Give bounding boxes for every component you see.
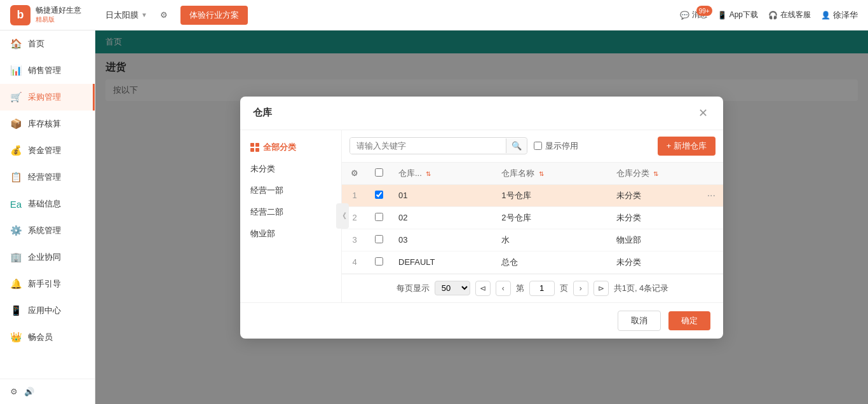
prev-page-button[interactable]: ‹ (496, 281, 511, 296)
category-op1[interactable]: 经营一部 (240, 180, 341, 201)
category-prop[interactable]: 物业部 (240, 223, 341, 245)
modal-close-button[interactable]: ✕ (695, 105, 710, 121)
sidebar-item-finance[interactable]: 💰 资金管理 (0, 137, 95, 164)
row-name: 1号仓库 (494, 184, 608, 206)
sidebar-item-home[interactable]: 🏠 首页 (0, 30, 95, 57)
show-disabled-label[interactable]: 显示停用 (534, 140, 578, 152)
sidebar-item-inventory[interactable]: 📦 库存核算 (0, 111, 95, 137)
row-checkbox[interactable] (367, 206, 391, 229)
data-table: ⚙ 仓库... ⇅ (342, 163, 723, 274)
category-op2[interactable]: 经营二部 (240, 201, 341, 223)
sidebar: 🏠 首页 📊 销售管理 🛒 采购管理 📦 库存核算 💰 资金管理 📋 经营管理 … (0, 30, 95, 404)
main-layout: 🏠 首页 📊 销售管理 🛒 采购管理 📦 库存核算 💰 资金管理 📋 经营管理 … (0, 30, 868, 404)
user-item[interactable]: 👤 徐泽华 (821, 10, 858, 21)
app-download-item[interactable]: 📱 App下载 (717, 10, 758, 20)
content-area: 首页 进货 按以下 仓库 ✕ (95, 30, 868, 404)
avatar: 👤 (821, 11, 831, 20)
table-row[interactable]: 4 DEFAULT 总仓 未分类 (342, 251, 723, 273)
row-category: 未分类 (609, 252, 723, 273)
sidebar-label-enterprise: 企业协同 (28, 252, 61, 263)
sidebar-item-system[interactable]: ⚙️ 系统管理 (0, 217, 95, 244)
row-name: 总仓 (494, 251, 608, 273)
member-icon: 👑 (10, 332, 22, 343)
top-header: b 畅捷通好生意 精易版 日太阳膜 ▼ ⚙ 体验行业方案 💬 消息 99+ 📱 … (0, 0, 868, 30)
settings-icon[interactable]: ⚙ (155, 6, 173, 24)
sidebar-item-guide[interactable]: 🔔 新手引导 (0, 271, 95, 297)
sidebar-label-system: 系统管理 (28, 225, 61, 236)
finance-icon: 💰 (10, 145, 22, 156)
app-label: App下载 (729, 10, 758, 20)
pagination-bar: 每页显示 20 50 100 ⊲ ‹ 第 页 › (342, 274, 723, 302)
row-code: 03 (391, 229, 494, 251)
user-name: 徐泽华 (833, 10, 858, 21)
sort-code-icon: ⇅ (426, 170, 431, 177)
search-input[interactable] (350, 138, 506, 154)
store-selector[interactable]: 日太阳膜 ▼ (105, 10, 147, 21)
total-info: 共1页, 4条记录 (614, 283, 669, 294)
page-number-input[interactable] (529, 281, 555, 296)
message-item[interactable]: 💬 消息 99+ (680, 10, 707, 20)
row-no: 4 (342, 251, 367, 273)
row-checkbox[interactable] (367, 251, 391, 273)
sidebar-label-sales: 销售管理 (28, 65, 61, 76)
modal-header: 仓库 ✕ (240, 97, 723, 130)
table-row[interactable]: 2 02 2号仓库 未分类 (342, 206, 723, 229)
sidebar-label-guide: 新手引导 (28, 278, 61, 290)
table-row[interactable]: 1 01 1号仓库 未分类 ··· (342, 184, 723, 206)
category-none[interactable]: 未分类 (240, 158, 341, 180)
sidebar-bottom: ⚙ 🔊 (0, 379, 95, 404)
store-arrow-icon: ▼ (141, 11, 147, 18)
sidebar-item-basic[interactable]: Ea 基础信息 (0, 191, 95, 217)
home-icon: 🏠 (10, 38, 22, 50)
search-icon[interactable]: 🔍 (506, 138, 527, 153)
row-actions-icon[interactable]: ··· (707, 190, 715, 201)
sidebar-item-sales[interactable]: 📊 销售管理 (0, 57, 95, 84)
sidebar-label-purchase: 采购管理 (28, 91, 61, 103)
settings-bottom-icon[interactable]: ⚙ (10, 387, 18, 396)
col-code[interactable]: 仓库... ⇅ (391, 163, 494, 185)
sidebar-item-member[interactable]: 👑 畅会员 (0, 324, 95, 351)
select-all-checkbox[interactable] (375, 168, 383, 177)
collapse-button[interactable]: 《 (336, 203, 349, 229)
row-checkbox[interactable] (367, 184, 391, 206)
category-all-label: 全部分类 (263, 142, 296, 153)
per-page-select[interactable]: 20 50 100 (435, 281, 470, 295)
sidebar-item-operation[interactable]: 📋 经营管理 (0, 164, 95, 191)
col-category[interactable]: 仓库分类 ⇅ (609, 163, 723, 185)
logo-sub: 精易版 (36, 15, 81, 24)
row-no: 3 (342, 229, 367, 251)
confirm-button[interactable]: 确定 (668, 311, 710, 330)
modal-title: 仓库 (253, 107, 272, 119)
volume-icon[interactable]: 🔊 (24, 387, 34, 396)
trial-button[interactable]: 体验行业方案 (180, 6, 248, 25)
next-page-button[interactable]: › (573, 281, 588, 296)
grid-icon (250, 143, 259, 152)
row-checkbox[interactable] (367, 229, 391, 251)
header-right: 💬 消息 99+ 📱 App下载 🎧 在线客服 👤 徐泽华 (680, 10, 858, 21)
sidebar-item-purchase[interactable]: 🛒 采购管理 (0, 84, 95, 111)
table-row[interactable]: 3 03 水 物业部 (342, 229, 723, 251)
add-warehouse-button[interactable]: + 新增仓库 (658, 137, 715, 156)
modal-overlay: 仓库 ✕ 全部分类 未分类 (95, 30, 868, 404)
operation-icon: 📋 (10, 172, 22, 183)
show-disabled-checkbox[interactable] (534, 142, 542, 150)
sidebar-item-enterprise[interactable]: 🏢 企业协同 (0, 244, 95, 271)
col-gear[interactable]: ⚙ (342, 163, 367, 185)
last-page-button[interactable]: ⊳ (593, 281, 609, 296)
modal-footer: 取消 确定 (240, 302, 723, 339)
service-item[interactable]: 🎧 在线客服 (768, 10, 811, 20)
first-page-button[interactable]: ⊲ (475, 281, 491, 296)
sales-icon: 📊 (10, 65, 22, 76)
system-icon: ⚙️ (10, 225, 22, 236)
row-category: 未分类 ··· (609, 185, 723, 206)
logo-text: 畅捷通好生意 (36, 6, 81, 16)
sidebar-item-app-center[interactable]: 📱 应用中心 (0, 297, 95, 324)
category-all[interactable]: 全部分类 (240, 137, 341, 158)
col-name[interactable]: 仓库名称 ⇅ (494, 163, 608, 185)
show-disabled-text: 显示停用 (545, 140, 578, 152)
sidebar-label-app-center: 应用中心 (28, 305, 61, 316)
cancel-button[interactable]: 取消 (618, 311, 661, 331)
category-op2-label: 经营二部 (250, 206, 283, 218)
search-box: 🔍 (349, 137, 527, 154)
modal-body: 全部分类 未分类 经营一部 经营二部 物业部 (240, 130, 723, 302)
